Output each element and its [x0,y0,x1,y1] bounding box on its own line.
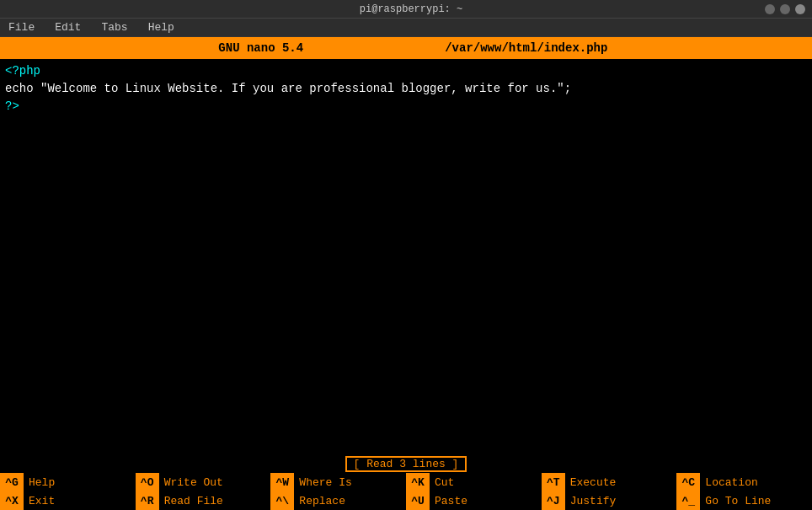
menu-tabs[interactable]: Tabs [96,19,132,35]
editor-area[interactable]: <?php echo "Welcome to Linux Website. If… [0,59,812,454]
shortcut-key-paste: ^U [406,491,430,510]
shortcut-key-read-file: ^R [136,491,159,510]
shortcut-cut[interactable]: ^K Cut [406,473,542,491]
status-bar: [ Read 3 lines ] [0,454,812,473]
shortcut-bar-2: ^X Exit ^R Read File ^\ Replace ^U Paste… [0,491,812,510]
shortcut-justify[interactable]: ^J Justify [542,491,677,510]
shortcut-label-help: Help [24,473,136,491]
shortcut-label-replace: Replace [294,491,406,510]
shortcut-paste[interactable]: ^U Paste [406,491,542,510]
menu-edit[interactable]: Edit [50,19,86,35]
shortcut-location[interactable]: ^C Location [676,473,812,491]
menu-help[interactable]: Help [143,19,179,35]
shortcut-label-write-out: Write Out [159,473,271,491]
shortcut-bar-1: ^G Help ^O Write Out ^W Where Is ^K Cut … [0,473,812,491]
shortcut-help[interactable]: ^G Help [0,473,136,491]
shortcut-label-paste: Paste [430,491,542,510]
minimize-button[interactable] [765,4,775,14]
menu-file[interactable]: File [3,19,40,35]
shortcut-key-goto-line: ^_ [676,491,700,510]
shortcut-key-justify: ^J [542,491,565,510]
shortcut-label-justify: Justify [565,491,677,510]
shortcut-label-read-file: Read File [159,491,271,510]
menu-bar: File Edit Tabs Help [0,19,812,37]
shortcut-read-file[interactable]: ^R Read File [136,491,271,510]
shortcut-label-where-is: Where Is [294,473,406,491]
shortcut-key-replace: ^\ [270,491,294,510]
shortcut-label-cut: Cut [430,473,542,491]
title-bar-title: pi@raspberrypi: ~ [57,3,765,15]
shortcut-key-exit: ^X [0,491,24,510]
shortcut-key-where-is: ^W [270,473,294,491]
shortcut-label-goto-line: Go To Line [700,491,812,510]
shortcut-label-location: Location [700,473,812,491]
shortcut-key-help: ^G [0,473,24,491]
maximize-button[interactable] [780,4,790,14]
shortcut-execute[interactable]: ^T Execute [542,473,677,491]
nano-header: GNU nano 5.4 /var/www/html/index.php [0,37,812,59]
shortcut-write-out[interactable]: ^O Write Out [136,473,271,491]
shortcut-goto-line[interactable]: ^_ Go To Line [676,491,812,510]
shortcut-label-exit: Exit [24,491,136,510]
shortcut-replace[interactable]: ^\ Replace [270,491,406,510]
shortcut-key-execute: ^T [542,473,565,491]
code-line-2: echo "Welcome to Linux Website. If you a… [5,80,807,98]
shortcut-key-write-out: ^O [136,473,159,491]
code-line-3: ?> [5,98,807,115]
shortcut-key-location: ^C [676,473,700,491]
close-button[interactable] [795,4,805,14]
shortcut-key-cut: ^K [406,473,430,491]
status-message: [ Read 3 lines ] [345,456,467,472]
shortcut-exit[interactable]: ^X Exit [0,491,136,510]
shortcut-where-is[interactable]: ^W Where Is [270,473,406,491]
shortcut-label-execute: Execute [565,473,677,491]
code-line-1: <?php [5,62,807,80]
title-bar-controls[interactable] [765,4,805,14]
title-bar: pi@raspberrypi: ~ [0,0,812,19]
